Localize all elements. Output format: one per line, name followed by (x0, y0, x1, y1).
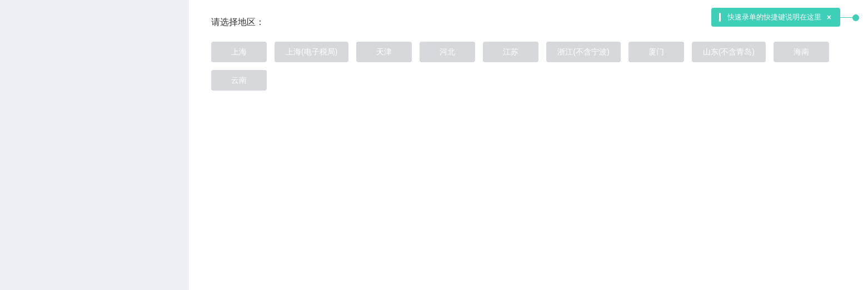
tooltip-banner: 快速录单的快捷键说明在这里 × (711, 8, 840, 27)
region-btn-shandong[interactable]: 山东(不含青岛) (692, 42, 766, 62)
tooltip-close-button[interactable]: × (826, 13, 832, 22)
region-btn-hainan[interactable]: 海南 (774, 42, 829, 62)
region-btn-yunnan[interactable]: 云南 (211, 70, 267, 91)
tooltip-connector-line (840, 17, 856, 18)
tooltip-bar (719, 13, 721, 22)
region-btn-xiamen[interactable]: 厦门 (628, 42, 684, 62)
region-btn-jiangsu[interactable]: 江苏 (483, 42, 538, 62)
tooltip-dot (852, 14, 859, 21)
main-content: 请选择地区： 上海上海(电子税局)天津河北江苏浙江(不含宁波)厦门山东(不含青岛… (189, 0, 868, 290)
tooltip-text: 快速录单的快捷键说明在这里 (727, 12, 821, 22)
region-btn-zhejiang[interactable]: 浙江(不含宁波) (546, 42, 620, 62)
sidebar (0, 0, 189, 290)
region-btn-tianjin[interactable]: 天津 (356, 42, 412, 62)
region-btn-shanghai-etax[interactable]: 上海(电子税局) (275, 42, 348, 62)
region-btn-shanghai[interactable]: 上海 (211, 42, 267, 62)
region-btn-hebei[interactable]: 河北 (420, 42, 475, 62)
region-buttons: 上海上海(电子税局)天津河北江苏浙江(不含宁波)厦门山东(不含青岛)海南云南 (211, 42, 846, 91)
